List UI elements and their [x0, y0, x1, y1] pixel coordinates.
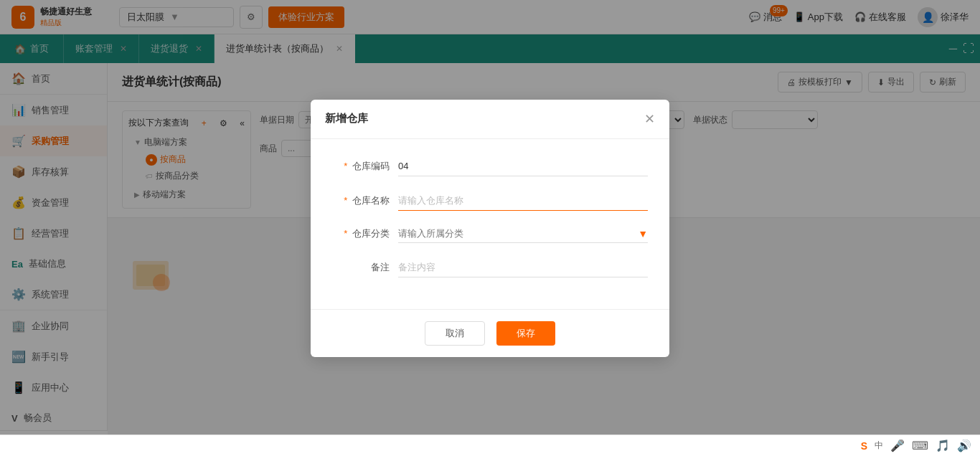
chinese-input-icon[interactable]: 中 [875, 440, 883, 452]
modal-title: 新增仓库 [325, 112, 368, 125]
category-input[interactable] [398, 228, 638, 239]
keyboard-icon[interactable]: ⌨ [912, 439, 928, 452]
warehouse-category-select[interactable]: ▼ [398, 225, 648, 243]
form-label-name: * 仓库名称 [332, 194, 390, 207]
required-icon-name: * [344, 195, 347, 206]
modal-body: * 仓库编码 * 仓库名称 * 仓库分类 [311, 139, 669, 309]
modal-footer: 取消 保存 [311, 309, 669, 357]
modal-header: 新增仓库 ✕ [311, 100, 669, 139]
music-icon[interactable]: 🎵 [936, 439, 950, 452]
modal-new-warehouse: 新增仓库 ✕ * 仓库编码 * 仓库名称 [311, 100, 669, 357]
form-row-category: * 仓库分类 ▼ [332, 225, 648, 243]
sougou-icon[interactable]: S [861, 440, 867, 452]
cancel-button[interactable]: 取消 [425, 321, 485, 346]
form-row-code: * 仓库编码 [332, 156, 648, 176]
form-row-name: * 仓库名称 [332, 191, 648, 211]
form-label-category: * 仓库分类 [332, 227, 390, 240]
modal-overlay[interactable]: 新增仓库 ✕ * 仓库编码 * 仓库名称 [0, 0, 980, 456]
warehouse-name-input[interactable] [398, 191, 648, 211]
warehouse-code-input[interactable] [398, 156, 648, 176]
form-label-note: 备注 [332, 261, 390, 274]
required-icon-category: * [344, 228, 347, 239]
volume-bottom-icon[interactable]: 🔊 [957, 439, 971, 452]
warehouse-note-input[interactable] [398, 257, 648, 277]
bottom-bar: S 中 🎤 ⌨ 🎵 🔊 [0, 434, 980, 456]
mic-icon[interactable]: 🎤 [890, 439, 905, 452]
save-button[interactable]: 保存 [496, 321, 555, 346]
modal-close-btn[interactable]: ✕ [644, 111, 655, 127]
category-dropdown-arrow: ▼ [638, 228, 648, 239]
form-label-code: * 仓库编码 [332, 160, 390, 173]
form-row-note: 备注 [332, 257, 648, 277]
required-icon-code: * [344, 161, 347, 171]
